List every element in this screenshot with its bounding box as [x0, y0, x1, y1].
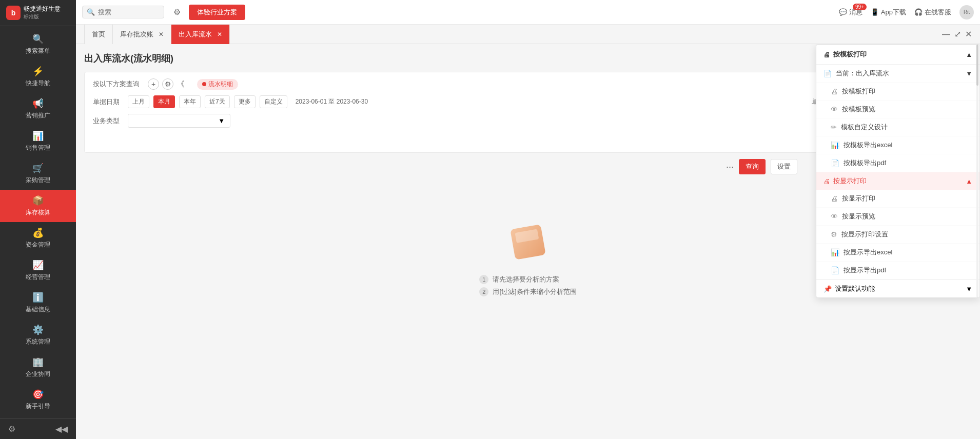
tab-minimize-button[interactable]: —: [942, 30, 950, 39]
query-button[interactable]: 查询: [739, 159, 766, 174]
display-pdf-icon: 📄: [831, 266, 839, 274]
settings-footer-icon[interactable]: ⚙: [8, 424, 15, 434]
step-1-num: 1: [479, 275, 488, 284]
template-custom-label: 模板自定义设计: [841, 123, 888, 132]
tab-close-button[interactable]: ✕: [965, 29, 972, 39]
search-input[interactable]: [98, 8, 149, 16]
dropdown-header-label: 按模板打印: [833, 50, 867, 59]
dropdown-display-pdf[interactable]: 📄 按显示导出pdf: [816, 262, 979, 280]
sidebar-item-marketing[interactable]: 📢 营销推广: [0, 93, 76, 125]
dropdown-display-excel[interactable]: 📊 按显示导出excel: [816, 244, 979, 262]
tab-flow-close[interactable]: ✕: [217, 31, 222, 38]
dropdown-scrollbar[interactable]: [976, 45, 978, 297]
empty-step-2: 2 用[过滤]条件来缩小分析范围: [479, 287, 576, 296]
trial-button[interactable]: 体验行业方案: [189, 5, 245, 20]
sidebar-item-enterprise[interactable]: 🏢 企业协同: [0, 351, 76, 384]
display-print-icon: 🖨: [831, 194, 838, 203]
sidebar-item-operation[interactable]: 📈 经营管理: [0, 254, 76, 287]
empty-box-graphic: [510, 224, 546, 260]
guide-icon: 🎯: [32, 389, 44, 400]
template-custom-icon: ✏: [831, 123, 837, 131]
sidebar-footer: ⚙ ◀◀: [0, 418, 76, 439]
business-type-label: 业务类型: [93, 116, 120, 126]
dropdown-display-preview[interactable]: 👁 按显示预览: [816, 208, 979, 226]
sidebar: b 畅捷通好生意 标准版 🔍 搜索菜单 ⚡ 快捷导航 📢 营销推广 📊 销售管理…: [0, 0, 76, 439]
current-icon: 📄: [824, 70, 832, 77]
tab-batch-close[interactable]: ✕: [159, 31, 164, 38]
logo: b 畅捷通好生意 标准版: [0, 0, 76, 26]
default-function-label: 设置默认功能: [835, 284, 875, 293]
quick-nav-icon: ⚡: [32, 66, 44, 77]
avatar: Rit: [959, 5, 974, 19]
display-section-print-icon: 🖨: [824, 177, 830, 185]
message-action[interactable]: 💬 消息 99+: [839, 8, 863, 17]
sidebar-label-inventory: 库存核算: [26, 208, 50, 217]
tab-batch[interactable]: 库存批次账 ✕: [113, 25, 171, 44]
template-excel-icon: 📊: [831, 141, 839, 149]
sidebar-item-guide[interactable]: 🎯 新手引导: [0, 384, 76, 416]
logo-name: 畅捷通好生意: [24, 5, 61, 13]
date-range-display: 2023-06-01 至 2023-06-30: [296, 97, 368, 106]
sidebar-item-basic[interactable]: ℹ️ 基础信息: [0, 287, 76, 319]
tab-flow[interactable]: 出入库流水 ✕: [171, 25, 230, 44]
user-avatar-action[interactable]: Rit: [959, 5, 974, 19]
header-search-box[interactable]: 🔍: [82, 6, 164, 18]
date-btn-more[interactable]: 更多: [234, 95, 256, 108]
phone-icon: 📱: [871, 8, 879, 16]
sidebar-item-quick-nav[interactable]: ⚡ 快捷导航: [0, 61, 76, 93]
sales-icon: 📊: [32, 130, 44, 142]
sidebar-item-sales[interactable]: 📊 销售管理: [0, 125, 76, 157]
current-chevron-icon: ▼: [966, 70, 972, 77]
date-btn-last-month[interactable]: 上月: [128, 95, 149, 108]
app-download-action[interactable]: 📱 App下载: [871, 8, 906, 17]
sidebar-item-purchase[interactable]: 🛒 采购管理: [0, 157, 76, 190]
tab-home[interactable]: 首页: [84, 25, 113, 44]
dropdown-template-excel[interactable]: 📊 按模板导出excel: [816, 136, 979, 154]
dropdown-template-custom[interactable]: ✏ 模板自定义设计: [816, 118, 979, 136]
filter-settings-button[interactable]: ⚙: [162, 78, 173, 90]
main-area: 🔍 ⚙ 体验行业方案 💬 消息 99+ 📱 App下载 🎧 在线客服 Rit: [76, 0, 980, 439]
sidebar-item-finance[interactable]: 💰 资金管理: [0, 222, 76, 254]
date-btn-custom[interactable]: 自定义: [260, 95, 287, 108]
filter-tag[interactable]: 流水明细: [197, 79, 238, 90]
sidebar-label-purchase: 采购管理: [26, 176, 50, 185]
dropdown-template-preview[interactable]: 👁 按模板预览: [816, 101, 979, 118]
filter-collapse-button[interactable]: 《: [177, 79, 185, 90]
system-icon: ⚙️: [32, 324, 44, 335]
default-function-item[interactable]: 📌 设置默认功能: [824, 284, 875, 293]
step-2-num: 2: [479, 287, 488, 296]
header-gear-icon[interactable]: ⚙: [173, 7, 181, 17]
tab-maximize-button[interactable]: ⤢: [954, 29, 961, 39]
template-print-icon: 🖨: [831, 87, 838, 95]
dropdown-current[interactable]: 📄 当前：出入库流水 ▼: [816, 65, 979, 83]
date-btn-this-month[interactable]: 本月: [153, 95, 175, 108]
template-preview-icon: 👁: [831, 105, 838, 113]
dropdown-template-print[interactable]: 🖨 按模板打印: [816, 83, 979, 101]
sidebar-nav: 🔍 搜索菜单 ⚡ 快捷导航 📢 营销推广 📊 销售管理 🛒 采购管理 📦 库存核…: [0, 26, 76, 418]
date-btn-last-7[interactable]: 近7天: [205, 95, 230, 108]
search-icon: 🔍: [87, 8, 95, 16]
date-btn-this-year[interactable]: 本年: [179, 95, 201, 108]
date-buttons-group: 上月 本月 本年 近7天 更多 自定义: [128, 95, 287, 108]
more-actions-button[interactable]: ···: [726, 162, 734, 172]
dropdown-display-section[interactable]: 🖨 按显示打印 ▲: [816, 172, 979, 190]
top-header: 🔍 ⚙ 体验行业方案 💬 消息 99+ 📱 App下载 🎧 在线客服 Rit: [76, 0, 980, 25]
sidebar-item-inventory[interactable]: 📦 库存核算: [0, 190, 76, 222]
dropdown-display-print-settings[interactable]: ⚙ 按显示打印设置: [816, 226, 979, 244]
service-action[interactable]: 🎧 在线客服: [914, 8, 951, 17]
sidebar-item-search[interactable]: 🔍 搜索菜单: [0, 28, 76, 61]
filter-add-button[interactable]: +: [148, 78, 159, 90]
dropdown-display-print[interactable]: 🖨 按显示打印: [816, 190, 979, 208]
app-download-label: App下载: [881, 8, 906, 17]
date-filter-label: 单据日期: [93, 97, 120, 107]
tab-batch-label: 库存批次账: [120, 30, 153, 39]
dropdown-footer: 📌 设置默认功能 ▼: [816, 280, 979, 297]
display-section-label: 按显示打印: [833, 176, 867, 186]
display-section-chevron-icon: ▲: [966, 177, 972, 185]
business-type-select[interactable]: ▼: [128, 114, 230, 128]
settings-button[interactable]: 设置: [771, 159, 797, 174]
sidebar-label-marketing: 营销推广: [26, 111, 50, 120]
collapse-footer-icon[interactable]: ◀◀: [55, 424, 68, 434]
dropdown-template-pdf[interactable]: 📄 按模板导出pdf: [816, 154, 979, 172]
sidebar-item-system[interactable]: ⚙️ 系统管理: [0, 319, 76, 351]
